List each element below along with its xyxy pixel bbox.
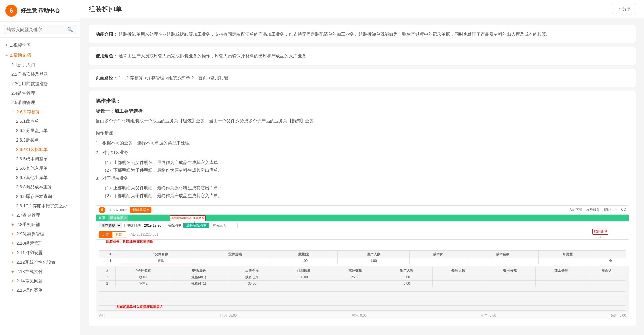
topbar: 组装拆卸单 ↗ 分享 (80, 0, 644, 18)
share-icon: ↗ (617, 7, 621, 12)
app-title: 好生意 帮助中心 (21, 7, 60, 14)
ops-intro: 操作步骤： (96, 129, 629, 137)
col-parent-name: *父件名称 (122, 250, 199, 258)
col-workers: 生产人数 (338, 250, 410, 258)
page-title: 组装拆卸单 (89, 5, 122, 14)
sidebar-item-goods-cost[interactable]: 2.6.8商品成本重算 (0, 182, 80, 192)
sidebar-item-assemble[interactable]: 2.6.4组装拆卸单 (0, 145, 80, 154)
date-input[interactable] (143, 223, 166, 228)
screenshot-container: 6 TEST-H002 新建单据 ▾ App下载 在线服务 帮助中心 CC (96, 205, 629, 319)
disassemble-btn[interactable]: 拆卸 (112, 232, 126, 238)
sidebar-item-cases[interactable]: + 2.15操作案例 (0, 286, 80, 295)
empty-row (99, 301, 626, 305)
doc-type-select[interactable]: 库存调整 组装拆卸 (99, 223, 122, 228)
sidebar-item-newbie[interactable]: 2.1新手入门 (0, 60, 80, 70)
path-label: 页面路径： (96, 75, 117, 80)
app-simulation: 6 TEST-H002 新建单据 ▾ App下载 在线服务 帮助中心 CC (96, 206, 629, 319)
search-box[interactable]: 🔍 (4, 25, 76, 34)
disassemble-keyword: 【拆卸】 (287, 118, 305, 123)
sidebar-item-video[interactable]: + 1.视频学习 (0, 40, 80, 50)
product-input[interactable] (211, 223, 238, 228)
sidebar-item-stock-error[interactable]: 2.6.10库存账本错了怎么办 (0, 201, 80, 211)
plus-icon-cases: + (11, 288, 14, 293)
app-footer: 合计 计划: 55.00 实际: 0.00 生产: 0.00 领用: 0.00 (96, 312, 629, 319)
annotation-toggle: 组装业务、拆卸业务在这里切换 (106, 239, 153, 244)
scene1-title: 场景一：加工类型选择 (96, 108, 629, 114)
sidebar-item-cost-adjust[interactable]: 2.6.5成本调整单 (0, 154, 80, 164)
sidebar-item-stocktake[interactable]: 2.6.1盘点单 (0, 117, 80, 126)
col-cost: 成本价 (410, 250, 467, 258)
sidebar-item-install[interactable]: 2.2产品安装及登录 (0, 70, 80, 79)
sidebar-item-sales[interactable]: 2.4销售管理 (0, 89, 80, 98)
intro-text: 组装拆卸单用来处理企业组装或拆卸等加工业务，支持有固定装配清单的产品加工业务，也… (119, 32, 550, 37)
content-area: 功能介绍： 组装拆卸单用来处理企业组装或拆卸等加工业务，支持有固定装配清单的产品… (80, 18, 644, 335)
col-available: 可用量 (539, 250, 596, 258)
plus-icon-coupon: + (11, 231, 14, 236)
ops-title: 操作步骤： (96, 98, 629, 104)
sidebar-item-partial-stocktake[interactable]: 2.6.2分量盘点单 (0, 126, 80, 135)
sidebar-item-personalize[interactable]: + 2.12系统个性化设置 (0, 258, 80, 267)
share-button[interactable]: ↗ 分享 (612, 4, 636, 14)
logo-icon: 6 (5, 5, 17, 17)
app-sim-logo: 6 (99, 207, 105, 213)
plus-icon-mobile: + (11, 222, 14, 227)
path-text: 1、库存核算->库存管理->组装拆卸单 2、首页->常用功能 (119, 75, 228, 80)
doc-no: AD-20191226-001 (131, 233, 158, 236)
spacer (96, 240, 629, 249)
empty-row (99, 296, 626, 301)
app-toolbar: 库存调整 组装拆卸 | 单据日期 装配清单 选择装配清单 有装配清单的在这里处理… (96, 221, 629, 230)
nav-new-tab[interactable]: 新建单据 × (108, 215, 128, 221)
col-parent-spec: 父件规格 (199, 250, 271, 258)
role-label: 使用角色： (96, 53, 117, 58)
sidebar-item-other-in[interactable]: 2.6.6其他入库单 (0, 164, 80, 173)
sidebar-item-inventory[interactable]: − 2.6库存核算 (0, 107, 80, 117)
assemble-btn[interactable]: 组装 (99, 232, 112, 238)
app-sim-id: TEST-H002 (108, 208, 127, 212)
path-block: 页面路径： 1、库存核算->库存管理->组装拆卸单 2、首页->常用功能 (89, 69, 636, 87)
sidebar-item-purchase[interactable]: 2.5采购管理 (0, 98, 80, 107)
role-text: 通常由生产人员或库管人员完成拆装业务的操作，库管人员确认原材料的出库和产成品的入… (119, 53, 306, 58)
child-table: # *子件名称 规格/颜色 出库仓库 计划数量 实际数量 生产人数 领用人数 费… (99, 267, 626, 311)
sidebar-item-docs[interactable]: − 2.帮助文档 (0, 50, 80, 60)
search-input[interactable] (7, 27, 67, 32)
sidebar-item-mobile[interactable]: + 2.8手机旺辅 (0, 220, 80, 229)
col-actions (596, 250, 626, 258)
sidebar: 6 好生意 帮助中心 🔍 + 1.视频学习 − 2.帮助文档 2.1新手入门 2… (0, 0, 80, 335)
plus-icon-ops: + (11, 241, 14, 246)
intro-block: 功能介绍： 组装拆卸单用来处理企业组装或拆卸等加工业务，支持有固定装配清单的产品… (89, 25, 636, 43)
col-amount: 成本金额 (467, 250, 539, 258)
assemble-select-btn[interactable]: 选择装配清单 有装配清单的在这里处理 ↓ (183, 223, 209, 228)
sidebar-item-payment[interactable]: + 2.13在线支付 (0, 267, 80, 276)
search-icon[interactable]: 🔍 (67, 27, 73, 32)
empty-row (99, 287, 626, 291)
sidebar-item-data-prep[interactable]: 2.3使用前数据准备 (0, 79, 80, 89)
table-row: 1 物料1 规格(4×1) 缺货仓库 30.00 25.00 0.00 (99, 274, 626, 280)
sidebar-item-ops[interactable]: + 2.10经营管理 (0, 239, 80, 248)
main: 组装拆卸单 ↗ 分享 功能介绍： 组装拆卸单用来处理企业组装或拆卸等加工业务，支… (80, 0, 644, 335)
step1: 1、根据不同的业务，选择不同单据的类型来处理 (96, 139, 629, 147)
sidebar-item-faq[interactable]: + 2.14常见问题 (0, 276, 80, 286)
date-label: 单据日期 (127, 223, 141, 228)
scene1-desc: 当由多个子件材料组装成一个成品的业务为【组装】业务，当由一个父件拆分成多个子产品… (96, 117, 629, 125)
sidebar-item-move[interactable]: 2.6.3调拨单 (0, 135, 80, 145)
annotation-assemble: 有装配清单的在这里处理 (170, 215, 206, 221)
sidebar-item-finance[interactable]: + 2.7资金管理 (0, 211, 80, 220)
sidebar-item-stock-ledger[interactable]: 2.6.9库存账本查询 (0, 192, 80, 201)
sidebar-item-label: 1.视频学习 (10, 42, 31, 48)
parent-name-cell: 床具 (122, 258, 199, 264)
sidebar-item-other-out[interactable]: 2.6.7其他出库单 (0, 173, 80, 182)
nav-home[interactable]: 首页 (99, 216, 105, 220)
minus-icon: − (11, 109, 14, 114)
new-doc-btn[interactable]: 新建单据 ▾ (130, 207, 151, 213)
search-area: 🔍 (0, 22, 80, 38)
plus-icon-personalize: + (11, 260, 14, 265)
sidebar-item-label: 2.帮助文档 (10, 52, 31, 58)
step2-1: （1）上部明细为父件明细，最终作为产成品生成其它入库单； (96, 159, 629, 166)
sidebar-item-print[interactable]: + 2.11打印设置 (0, 248, 80, 258)
sidebar-item-coupon[interactable]: + 2.9优惠券管理 (0, 229, 80, 239)
steps-section: 操作步骤： 场景一：加工类型选择 当由多个子件材料组装成一个成品的业务为【组装】… (89, 91, 636, 326)
table-row: 1 床具 1.00 1.00 🗑 (99, 258, 626, 264)
logo-area: 6 好生意 帮助中心 (0, 0, 80, 22)
assemble-no-label: 装配清单 (168, 223, 181, 228)
plus-icon-faq: + (11, 278, 14, 283)
